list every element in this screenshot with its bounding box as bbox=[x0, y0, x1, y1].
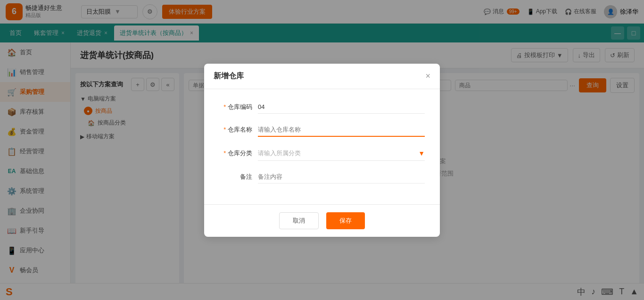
code-label: 仓库编码 bbox=[219, 103, 252, 111]
modal-header: 新增仓库 × bbox=[204, 64, 440, 89]
category-label: 仓库分类 bbox=[219, 149, 252, 158]
name-label: 仓库名称 bbox=[219, 125, 252, 134]
form-row-category: 仓库分类 请输入所属分类 ▼ bbox=[219, 146, 425, 161]
save-button[interactable]: 保存 bbox=[326, 212, 365, 229]
modal-body: 仓库编码 仓库名称 仓库分类 请输入所属分类 ▼ 备注 bbox=[204, 89, 440, 204]
modal-overlay: 新增仓库 × 仓库编码 仓库名称 仓库分类 请输入所属分类 ▼ bbox=[0, 0, 644, 300]
category-placeholder: 请输入所属分类 bbox=[258, 149, 301, 158]
category-dropdown-arrow: ▼ bbox=[418, 150, 425, 157]
form-row-name: 仓库名称 bbox=[219, 123, 425, 137]
form-row-code: 仓库编码 bbox=[219, 100, 425, 114]
modal-title: 新增仓库 bbox=[214, 71, 244, 81]
cancel-button[interactable]: 取消 bbox=[279, 212, 319, 229]
note-label: 备注 bbox=[219, 173, 252, 181]
add-warehouse-modal: 新增仓库 × 仓库编码 仓库名称 仓库分类 请输入所属分类 ▼ bbox=[204, 64, 440, 237]
modal-close-button[interactable]: × bbox=[425, 71, 430, 81]
form-row-note: 备注 bbox=[219, 170, 425, 183]
name-input[interactable] bbox=[258, 123, 425, 137]
code-input[interactable] bbox=[258, 100, 425, 114]
modal-footer: 取消 保存 bbox=[204, 204, 440, 237]
category-select[interactable]: 请输入所属分类 ▼ bbox=[258, 146, 425, 161]
note-input[interactable] bbox=[258, 170, 425, 183]
